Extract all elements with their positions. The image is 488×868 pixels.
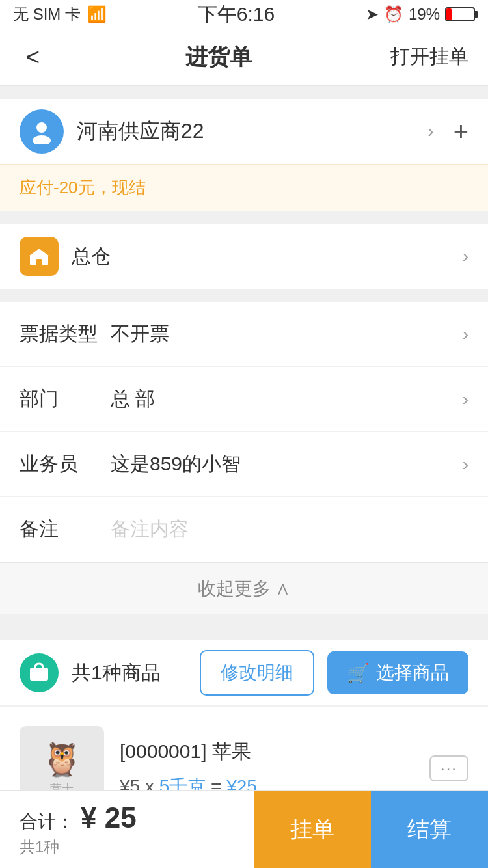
form-label-salesman: 业务员 [20,451,111,478]
supplier-row[interactable]: 河南供应商22 › + [0,99,488,164]
supplier-actions: › + [427,117,468,146]
product-name: [0000001] 苹果 [120,739,414,765]
chevron-right-icon-salesman: › [463,454,468,475]
carrier-label: 无 SIM 卡 [13,4,81,25]
checkout-button[interactable]: 结算 [371,791,488,868]
form-row-invoice[interactable]: 票据类型 不开票 › [0,302,488,367]
cart-icon: 🛒 [347,662,370,684]
product-count-icon [20,653,59,692]
form-label-remark: 备注 [20,516,111,543]
supplier-name: 河南供应商22 [77,117,427,146]
page-title: 进货单 [185,42,252,72]
section-gap-4 [0,614,488,627]
supplier-section: 河南供应商22 › + 应付-20元，现结 [0,99,488,211]
add-icon[interactable]: + [454,117,468,146]
back-button[interactable]: < [20,37,46,77]
alert-banner: 应付-20元，现结 [0,164,488,211]
form-label-invoice: 票据类型 [20,321,111,347]
section-gap-2 [0,211,488,224]
bottom-bar: 合计： ¥ 25 共1种 挂单 结算 [0,790,488,868]
total-label-row: 合计： ¥ 25 [20,802,234,834]
chevron-right-icon-warehouse: › [463,246,468,267]
collapse-row[interactable]: 收起更多 ∧ [0,562,488,614]
status-bar-left: 无 SIM 卡 📶 [13,4,107,25]
total-amount: ¥ 25 [81,802,137,834]
form-value-invoice: 不开票 [111,321,463,347]
open-hang-button[interactable]: 打开挂单 [390,44,468,70]
form-row-remark[interactable]: 备注 备注内容 [0,497,488,562]
wifi-icon: 📶 [87,5,107,23]
section-gap-1 [0,86,488,99]
svg-point-1 [33,135,51,144]
status-bar-right: ➤ ⏰ 19% [366,5,475,23]
status-time: 下午6:16 [198,1,275,28]
section-gap-3 [0,289,488,302]
total-label: 合计： [20,809,74,834]
form-row-salesman[interactable]: 业务员 这是859的小智 › [0,432,488,497]
battery-icon [445,7,475,21]
form-placeholder-remark[interactable]: 备注内容 [111,516,468,543]
form-value-dept: 总 部 [111,386,463,413]
total-sub: 共1种 [20,837,234,858]
bottom-total: 合计： ¥ 25 共1种 [0,791,254,868]
location-icon: ➤ [366,5,379,23]
products-header: 共1种商品 修改明细 🛒 选择商品 [0,640,488,705]
avatar [20,109,64,154]
hang-button[interactable]: 挂单 [254,791,371,868]
warehouse-label: 总仓 [72,243,463,270]
warehouse-row[interactable]: 总仓 › [0,224,488,289]
form-row-dept[interactable]: 部门 总 部 › [0,367,488,432]
form-section: 票据类型 不开票 › 部门 总 部 › 业务员 这是859的小智 › 备注 备注… [0,302,488,562]
select-product-button[interactable]: 🛒 选择商品 [327,651,468,694]
chevron-right-icon-invoice: › [463,324,468,345]
battery-percent: 19% [409,5,440,23]
svg-rect-5 [30,668,48,681]
nav-bar: < 进货单 打开挂单 [0,29,488,86]
edit-detail-button[interactable]: 修改明细 [200,650,314,696]
select-product-label: 选择商品 [376,660,449,685]
more-button[interactable]: ··· [429,755,468,781]
status-bar: 无 SIM 卡 📶 下午6:16 ➤ ⏰ 19% [0,0,488,29]
warehouse-icon [20,237,59,276]
svg-point-0 [36,122,47,133]
product-title: 苹果 [212,740,251,762]
form-label-dept: 部门 [20,386,111,413]
product-count-label: 共1种商品 [72,660,187,686]
form-value-salesman: 这是859的小智 [111,451,463,478]
svg-rect-4 [36,259,42,265]
product-code: [0000001] [120,740,206,762]
chevron-right-icon-dept: › [463,389,468,410]
alarm-icon: ⏰ [384,5,403,23]
owl-icon: 🦉 [42,740,82,778]
svg-marker-3 [29,249,49,256]
warehouse-section: 总仓 › [0,224,488,289]
chevron-right-icon: › [427,121,433,142]
